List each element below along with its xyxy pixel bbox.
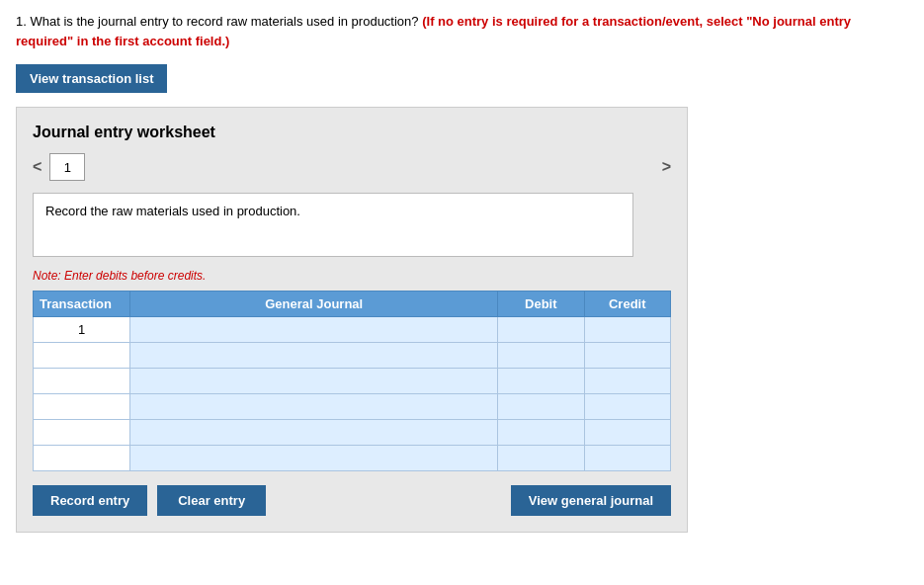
debit-cell[interactable] — [498, 420, 584, 446]
table-row — [34, 420, 671, 446]
credit-cell[interactable] — [584, 343, 670, 369]
header-transaction: Transaction — [34, 292, 130, 317]
action-row: Record entry Clear entry View general jo… — [33, 485, 671, 516]
next-arrow[interactable]: > — [662, 158, 671, 176]
header-debit: Debit — [498, 292, 584, 317]
credit-cell[interactable] — [584, 394, 670, 420]
general-journal-cell[interactable] — [130, 446, 498, 471]
general-journal-cell[interactable] — [130, 420, 498, 446]
page-number-box: 1 — [49, 153, 85, 181]
general-journal-cell[interactable] — [130, 394, 498, 420]
transaction-description: Record the raw materials used in product… — [33, 193, 633, 257]
table-row — [34, 343, 671, 369]
credit-cell[interactable] — [584, 317, 670, 343]
prev-arrow[interactable]: < — [33, 158, 42, 176]
table-row — [34, 394, 671, 420]
worksheet-nav: < 1 > — [33, 153, 671, 181]
table-row — [34, 446, 671, 471]
nav-left: < 1 — [33, 153, 85, 181]
debit-credit-note: Note: Enter debits before credits. — [33, 269, 671, 283]
clear-entry-button[interactable]: Clear entry — [157, 485, 266, 516]
transaction-cell — [34, 394, 130, 420]
general-journal-cell[interactable] — [130, 317, 498, 343]
journal-entry-worksheet: Journal entry worksheet < 1 > Record the… — [16, 107, 688, 533]
transaction-cell — [34, 420, 130, 446]
table-row — [34, 369, 671, 394]
credit-cell[interactable] — [584, 369, 670, 394]
debit-cell[interactable] — [498, 446, 584, 471]
credit-cell[interactable] — [584, 446, 670, 471]
debit-cell[interactable] — [498, 394, 584, 420]
question-text: 1. What is the journal entry to record r… — [16, 12, 908, 50]
header-general-journal: General Journal — [130, 292, 498, 317]
header-credit: Credit — [584, 292, 670, 317]
transaction-cell: 1 — [34, 317, 130, 343]
view-general-journal-button[interactable]: View general journal — [511, 485, 671, 516]
debit-cell[interactable] — [498, 317, 584, 343]
record-entry-button[interactable]: Record entry — [33, 485, 147, 516]
journal-table: Transaction General Journal Debit Credit… — [33, 291, 671, 471]
general-journal-cell[interactable] — [130, 369, 498, 394]
table-row: 1 — [34, 317, 671, 343]
page-number: 1 — [64, 160, 71, 175]
debit-cell[interactable] — [498, 369, 584, 394]
view-transaction-button[interactable]: View transaction list — [16, 64, 167, 93]
action-left: Record entry Clear entry — [33, 485, 266, 516]
transaction-cell — [34, 446, 130, 471]
credit-cell[interactable] — [584, 420, 670, 446]
debit-cell[interactable] — [498, 343, 584, 369]
question-number: 1. — [16, 14, 27, 29]
transaction-cell — [34, 343, 130, 369]
description-text: Record the raw materials used in product… — [45, 204, 300, 218]
general-journal-cell[interactable] — [130, 343, 498, 369]
question-main: What is the journal entry to record raw … — [30, 14, 418, 29]
transaction-cell — [34, 369, 130, 394]
worksheet-title: Journal entry worksheet — [33, 124, 671, 141]
question-section: 1. What is the journal entry to record r… — [16, 12, 908, 50]
table-header-row: Transaction General Journal Debit Credit — [34, 292, 671, 317]
